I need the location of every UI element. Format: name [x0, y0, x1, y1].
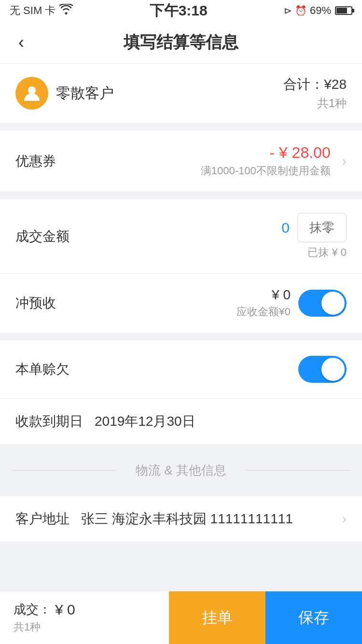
toggle-knob [321, 292, 345, 315]
bottom-bar: 成交： ¥ 0 共1种 挂单 保存 [0, 591, 362, 644]
credit-row: 本单赊欠 [0, 340, 362, 399]
prepayment-value-group: ¥ 0 应收金额¥0 [237, 287, 291, 319]
due-date-value: 2019年12月30日 [95, 412, 195, 431]
bottom-deal-label: 成交： [14, 601, 51, 618]
customer-section: 零散客户 合计：¥28 共1种 [0, 64, 362, 123]
customer-name: 零散客户 [56, 84, 114, 103]
prepayment-right: ¥ 0 应收金额¥0 [56, 287, 347, 319]
page-title: 填写结算等信息 [124, 31, 238, 54]
divider-right [246, 470, 350, 471]
address-section: 客户地址 张三 海淀永丰科技园 11111111111 › [0, 496, 362, 542]
coupon-discount: - ¥ 28.00 满1000-100不限制使用金额 [201, 144, 331, 178]
back-button[interactable]: ‹ [14, 28, 29, 57]
credit-label: 本单赊欠 [15, 360, 70, 378]
customer-right: 合计：¥28 共1种 [283, 75, 347, 111]
location-icon: ⊳ [284, 5, 292, 16]
address-chevron-icon: › [342, 511, 347, 527]
coupon-section: 优惠券 - ¥ 28.00 满1000-100不限制使用金额 › [0, 130, 362, 192]
wifi-icon [59, 4, 73, 17]
svg-point-0 [28, 86, 36, 94]
coupon-row[interactable]: 优惠券 - ¥ 28.00 满1000-100不限制使用金额 › [0, 130, 362, 192]
status-left: 无 SIM 卡 [10, 3, 73, 18]
prepayment-toggle[interactable] [298, 290, 347, 317]
customer-left: 零散客户 [15, 77, 114, 110]
status-bar: 无 SIM 卡 下午3:18 ⊳ ⏰ 69% [0, 0, 362, 21]
user-icon [22, 84, 42, 103]
bottom-summary: 成交： ¥ 0 共1种 [0, 601, 169, 634]
coupon-amount: - ¥ 28.00 [201, 144, 331, 162]
status-time: 下午3:18 [150, 1, 208, 21]
logistics-label: 物流 & 其他信息 [136, 462, 226, 479]
rounded-info: 已抹 ¥ 0 [281, 245, 347, 260]
customer-avatar [15, 77, 48, 110]
total-count: 共1种 [283, 96, 347, 111]
hold-button[interactable]: 挂单 [169, 591, 265, 644]
bottom-deal-amount: ¥ 0 [55, 602, 75, 618]
save-button[interactable]: 保存 [265, 591, 362, 644]
logistics-section: 物流 & 其他信息 [0, 452, 362, 489]
receivable-info: 应收金额¥0 [237, 305, 291, 319]
round-zero-button[interactable]: 抹零 [297, 213, 347, 242]
deal-amount-label: 成交金额 [15, 227, 70, 246]
bottom-count: 共1种 [14, 620, 155, 634]
deal-amount-row: 成交金额 0 抹零 已抹 ¥ 0 [0, 199, 362, 274]
address-label: 客户地址 [15, 510, 70, 528]
status-right: ⊳ ⏰ 69% [284, 4, 352, 17]
prepayment-row: 冲预收 ¥ 0 应收金额¥0 [0, 274, 362, 333]
credit-section: 本单赊欠 收款到期日 2019年12月30日 [0, 340, 362, 445]
coupon-label: 优惠券 [15, 152, 56, 170]
battery-percent: 69% [310, 4, 331, 17]
credit-right [70, 356, 347, 383]
coupon-desc: 满1000-100不限制使用金额 [201, 164, 331, 178]
due-date-row: 收款到期日 2019年12月30日 [0, 399, 362, 445]
chevron-right-icon: › [342, 154, 347, 169]
prepayment-label: 冲预收 [15, 294, 56, 312]
total-amount: 合计：¥28 [283, 75, 347, 94]
address-value: 张三 海淀永丰科技园 11111111111 [81, 510, 338, 528]
nav-bar: ‹ 填写结算等信息 [0, 21, 362, 64]
alarm-icon: ⏰ [295, 5, 307, 16]
content-area: 零散客户 合计：¥28 共1种 优惠券 - ¥ 28.00 满1000-100不… [0, 64, 362, 607]
divider-left [12, 470, 116, 471]
due-date-label: 收款到期日 [15, 412, 83, 431]
battery-icon [335, 6, 352, 15]
no-sim-text: 无 SIM 卡 [10, 3, 56, 18]
charge-section: 成交金额 0 抹零 已抹 ¥ 0 冲预收 ¥ 0 [0, 199, 362, 333]
deal-amount-right: 0 抹零 已抹 ¥ 0 [70, 213, 347, 260]
bottom-deal-row: 成交： ¥ 0 [14, 601, 155, 618]
deal-amount-value-group: 0 抹零 已抹 ¥ 0 [281, 213, 347, 260]
deal-amount-value: 0 [281, 220, 290, 236]
credit-toggle[interactable] [298, 356, 347, 383]
credit-toggle-knob [321, 358, 345, 381]
prepayment-value: ¥ 0 [272, 287, 291, 302]
address-row[interactable]: 客户地址 张三 海淀永丰科技园 11111111111 › [0, 496, 362, 542]
coupon-right: - ¥ 28.00 满1000-100不限制使用金额 › [56, 144, 347, 178]
